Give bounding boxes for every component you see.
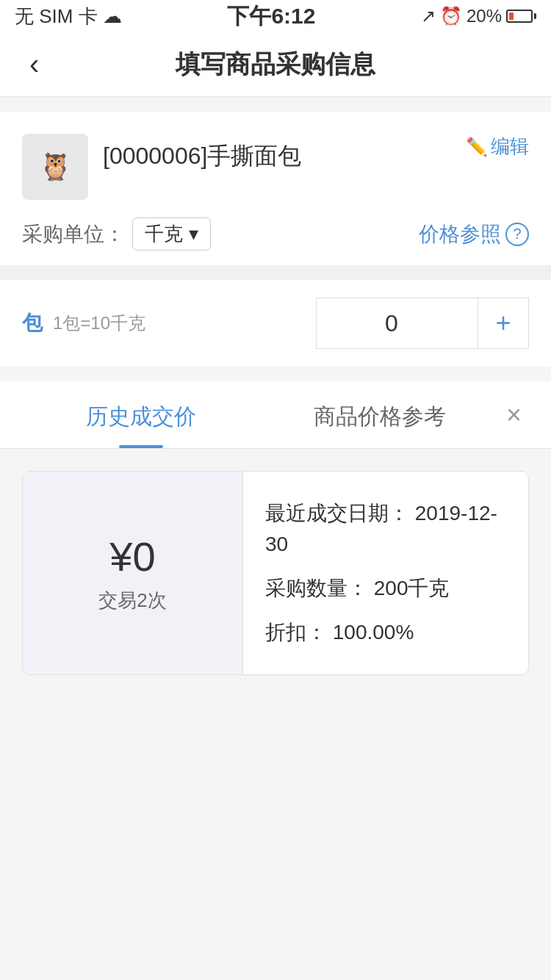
price-reference-button[interactable]: 价格参照 ? [419, 220, 529, 248]
tab-history-label: 历史成交价 [86, 404, 196, 428]
tab-history-price[interactable]: 历史成交价 [22, 381, 260, 448]
discount-value: 100.00% [333, 621, 414, 644]
quantity-input[interactable] [316, 298, 478, 349]
alarm-icon: ⏰ [440, 6, 462, 26]
bag-unit-desc: 1包=10千克 [53, 311, 145, 335]
quantity-increase-button[interactable]: + [478, 298, 529, 349]
purchase-quantity-row: 采购数量： 200千克 [265, 573, 506, 604]
product-logo-icon: 🦉 [39, 151, 72, 182]
recent-date-label: 最近成交日期： [265, 502, 409, 525]
status-right: ↗ ⏰ 20% [421, 6, 536, 26]
purchase-quantity-label: 采购数量： [265, 577, 368, 599]
unit-selector[interactable]: 千克 ▾ [132, 217, 211, 251]
price-detail-panel: 最近成交日期： 2019-12-30 采购数量： 200千克 折扣： 100.0… [243, 472, 528, 674]
price-value: 0 [133, 533, 156, 580]
location-icon: ↗ [421, 6, 436, 26]
edit-button[interactable]: ✏️ 编辑 [466, 134, 529, 159]
close-panel-button[interactable]: × [499, 392, 529, 438]
trade-count: 交易2次 [98, 588, 166, 613]
currency-symbol: ¥ [109, 533, 132, 580]
dropdown-icon: ▾ [189, 223, 198, 245]
tab-bar: 历史成交价 商品价格参考 × [0, 381, 551, 449]
edit-icon: ✏️ [466, 137, 488, 157]
purchase-quantity-value: 200千克 [374, 577, 450, 599]
quantity-row: 包 1包=10千克 + [0, 280, 551, 367]
history-content-area: ¥0 交易2次 最近成交日期： 2019-12-30 采购数量： 200千克 折… [0, 449, 551, 816]
product-name: [0000006]手撕面包 [103, 134, 301, 173]
battery-icon [506, 10, 536, 23]
quantity-control: + [316, 298, 529, 349]
section-divider [0, 265, 551, 280]
status-bar: 无 SIM 卡 ☁ 下午6:12 ↗ ⏰ 20% [0, 0, 551, 32]
tab-product-price-ref[interactable]: 商品价格参考 [260, 381, 498, 448]
discount-label: 折扣： [265, 621, 327, 644]
page-title: 填写商品采购信息 [176, 48, 375, 82]
price-ref-label: 价格参照 [419, 220, 501, 248]
bag-unit-label: 包 [22, 309, 43, 337]
product-thumbnail: 🦉 [22, 134, 88, 200]
status-time: 下午6:12 [227, 1, 315, 32]
discount-row: 折扣： 100.00% [265, 617, 506, 648]
unit-value: 千克 [145, 221, 183, 247]
price-record-card: ¥0 交易2次 最近成交日期： 2019-12-30 采购数量： 200千克 折… [22, 471, 529, 675]
purchase-unit-row: 采购单位： 千克 ▾ [22, 217, 211, 251]
tab-product-price-label: 商品价格参考 [314, 404, 446, 428]
battery-percent: 20% [467, 6, 502, 26]
help-icon: ? [505, 223, 529, 246]
nav-bar: ‹ 填写商品采购信息 [0, 32, 551, 97]
edit-label: 编辑 [491, 134, 529, 159]
product-card: 🦉 [0000006]手撕面包 ✏️ 编辑 采购单位： 千克 ▾ 价格参照 ? [0, 112, 551, 265]
recent-date-row: 最近成交日期： 2019-12-30 [265, 498, 506, 560]
purchase-unit-label: 采购单位： [22, 220, 125, 248]
back-button[interactable]: ‹ [22, 40, 46, 88]
status-left: 无 SIM 卡 ☁ [15, 4, 122, 29]
price-amount: ¥0 [109, 533, 155, 580]
price-summary-panel: ¥0 交易2次 [23, 472, 243, 674]
quantity-label-area: 包 1包=10千克 [22, 309, 145, 337]
